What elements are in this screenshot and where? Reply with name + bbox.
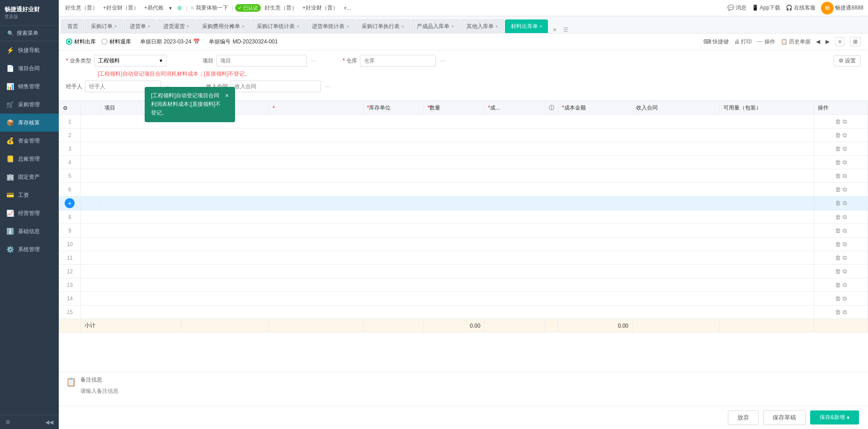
tab-purchase-stats[interactable]: 采购订单统计表×	[251, 19, 305, 33]
copy-row-12[interactable]: ⧉	[843, 268, 847, 275]
add-row-btn[interactable]: +	[65, 198, 75, 208]
tab-other-storage[interactable]: 其他入库单×	[461, 19, 504, 33]
delete-row-6[interactable]: 🗑	[835, 186, 841, 193]
delete-row-4[interactable]: 🗑	[835, 159, 841, 166]
copy-row-14[interactable]: ⧉	[843, 295, 847, 302]
topbar-link-yd[interactable]: +易代账	[142, 3, 165, 13]
copy-row-15[interactable]: ⧉	[843, 309, 847, 315]
delete-row-2[interactable]: 🗑	[835, 132, 841, 138]
tooltip-close-btn[interactable]: ×	[225, 91, 229, 100]
active-cell-input-1[interactable]	[85, 200, 97, 206]
sidebar-item-sales[interactable]: 📊 销售管理	[0, 77, 59, 95]
delete-row-14[interactable]: 🗑	[835, 295, 841, 302]
tab-material-out[interactable]: 材料出库单×	[505, 19, 548, 33]
user-avatar-area[interactable]: 畅 畅捷通8888	[821, 2, 863, 14]
tab-close-purchase-order[interactable]: ×	[114, 24, 117, 29]
delete-row-7[interactable]: 🗑	[835, 200, 841, 206]
tab-purchase-order[interactable]: 采购订单×	[85, 19, 123, 33]
sidebar-item-quick[interactable]: ⚡ 快捷导航	[0, 41, 59, 59]
income-contract-input[interactable]	[231, 81, 321, 92]
topbar-link-hy[interactable]: +好业财（普）	[101, 3, 141, 13]
tab-close-purchase-exec[interactable]: ×	[401, 24, 404, 29]
sidebar-item-system[interactable]: ⚙️ 系统管理	[0, 240, 59, 258]
history-btn[interactable]: 📋 历史单据	[781, 38, 811, 46]
topbar-message[interactable]: 💬 消息	[727, 4, 746, 12]
sidebar-item-search[interactable]: 🔍 搜索菜单	[0, 26, 59, 41]
sidebar-item-ledger[interactable]: 📒 总账管理	[0, 150, 59, 168]
copy-row-13[interactable]: ⧉	[843, 281, 847, 288]
copy-row-1[interactable]: ⧉	[843, 118, 847, 125]
copy-row-8[interactable]: ⧉	[843, 214, 847, 220]
delete-row-8[interactable]: 🗑	[835, 214, 841, 220]
tab-home[interactable]: 首页	[61, 19, 84, 33]
tab-finished-storage[interactable]: 产成品入库单×	[411, 19, 460, 33]
topbar-trial-link[interactable]: ○ 我要体验一下	[189, 3, 230, 13]
save-new-button[interactable]: 保存&新增 ▾	[810, 410, 859, 424]
sidebar-item-assets[interactable]: 🏢 固定资产	[0, 168, 59, 186]
tab-incoming-return[interactable]: 进货退货×	[157, 19, 195, 33]
tab-incoming-stats[interactable]: 进货单统计表×	[306, 19, 355, 33]
tab-close-purchase-stats[interactable]: ×	[297, 24, 299, 29]
sidebar-item-mgmt[interactable]: 📈 经营管理	[0, 204, 59, 222]
topbar-link-sy[interactable]: 好生意（普）	[63, 3, 99, 13]
tab-close-material-out[interactable]: ×	[540, 24, 542, 29]
settings-btn[interactable]: ⚙ 设置	[834, 55, 861, 67]
copy-row-6[interactable]: ⧉	[843, 186, 847, 193]
delete-row-1[interactable]: 🗑	[835, 118, 841, 125]
copy-row-4[interactable]: ⧉	[843, 159, 847, 166]
col-settings[interactable]: ⚙	[59, 101, 81, 115]
sidebar-item-inventory[interactable]: 📦 库存核算	[0, 114, 59, 132]
delete-row-5[interactable]: 🗑	[835, 172, 841, 179]
prev-record-btn[interactable]: ◀	[816, 38, 820, 45]
radio-material-out[interactable]: 材料出库	[66, 38, 96, 46]
delete-row-11[interactable]: 🗑	[835, 254, 841, 261]
tab-close-other-storage[interactable]: ×	[495, 24, 498, 29]
calendar-icon[interactable]: 📅	[193, 38, 200, 45]
topbar-dropdown-btn[interactable]: ▾	[167, 4, 174, 12]
dropdown-arrow-save[interactable]: ▾	[847, 415, 849, 421]
copy-row-3[interactable]: ⧉	[843, 145, 847, 152]
tab-more-btn[interactable]: ☰	[561, 27, 570, 33]
tab-close-btn[interactable]: ✕	[549, 27, 561, 33]
topbar-sy2[interactable]: 好生意（普）	[263, 3, 299, 13]
topbar-online-service[interactable]: 🎧 在线客服	[786, 4, 816, 12]
delete-row-13[interactable]: 🗑	[835, 281, 841, 288]
project-input[interactable]	[216, 55, 307, 67]
warehouse-input[interactable]	[360, 55, 436, 67]
radio-material-return[interactable]: 材料退库	[101, 38, 131, 46]
delete-row-10[interactable]: 🗑	[835, 241, 841, 248]
business-type-select[interactable]: 工程领料 ▾	[94, 55, 166, 67]
collapse-icon[interactable]: ◀◀	[45, 419, 53, 425]
tab-close-incoming-stats[interactable]: ×	[346, 24, 349, 29]
active-cell-input-2[interactable]	[104, 200, 178, 206]
copy-row-7[interactable]: ⧉	[843, 200, 847, 206]
next-record-btn[interactable]: ▶	[826, 38, 830, 45]
income-contract-dots[interactable]: ···	[326, 83, 330, 90]
date-value[interactable]: 2023-03-24	[164, 38, 191, 45]
topbar-app-download[interactable]: 📱 App下载	[752, 4, 780, 12]
delete-row-15[interactable]: 🗑	[835, 309, 841, 315]
detail-view-btn[interactable]: ⊞	[850, 37, 861, 46]
discard-button[interactable]: 放弃	[728, 410, 759, 425]
warehouse-dots[interactable]: ···	[440, 57, 445, 64]
sidebar-item-salary[interactable]: 💳 工资	[0, 186, 59, 204]
project-dots[interactable]: ···	[311, 57, 316, 64]
sidebar-item-basic[interactable]: ℹ️ 基础信息	[0, 222, 59, 240]
tab-close-incoming-return[interactable]: ×	[187, 24, 189, 29]
sidebar-item-finance[interactable]: 💰 资金管理	[0, 132, 59, 150]
operation-btn[interactable]: ⋯ 操作	[757, 38, 775, 46]
delete-row-3[interactable]: 🗑	[835, 145, 841, 152]
tab-close-finished-storage[interactable]: ×	[451, 24, 454, 29]
print-btn[interactable]: 🖨 打印	[734, 38, 752, 46]
tab-close-incoming[interactable]: ×	[148, 24, 151, 29]
sidebar-item-project[interactable]: 📄 项目合同	[0, 59, 59, 77]
order-value[interactable]: MD-20230324-001	[232, 38, 278, 45]
delete-row-9[interactable]: 🗑	[835, 227, 841, 234]
topbar-more[interactable]: +...	[342, 4, 353, 12]
copy-row-5[interactable]: ⧉	[843, 172, 847, 179]
tab-purchase-exec[interactable]: 采购订单执行表×	[356, 19, 410, 33]
topbar-hy2[interactable]: +好业财（普）	[301, 3, 340, 13]
sidebar-item-purchase[interactable]: 🛒 采购管理	[0, 95, 59, 114]
settings-icon[interactable]: ⚙	[5, 419, 10, 425]
tab-purchase-expense[interactable]: 采购费用分摊单×	[196, 19, 250, 33]
